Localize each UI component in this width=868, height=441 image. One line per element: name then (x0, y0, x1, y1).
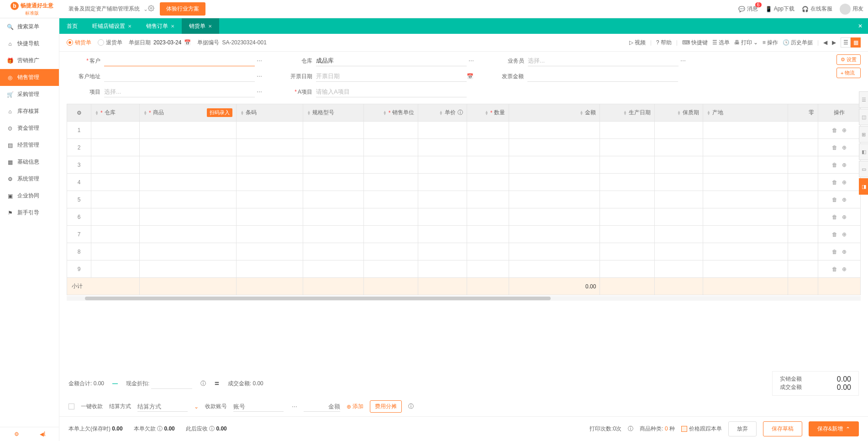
cell[interactable] (418, 156, 467, 174)
cell[interactable] (654, 226, 703, 243)
cell[interactable] (237, 260, 303, 278)
help-icon[interactable]: ⓘ (628, 425, 633, 433)
sidebar-item-gift[interactable]: 🎁营销推广 (0, 52, 59, 69)
cell[interactable] (509, 260, 600, 278)
help-icon[interactable]: ⓘ (200, 380, 206, 388)
col-warehouse[interactable]: ▲▼*仓库 (91, 104, 140, 122)
col-barcode[interactable]: ▲▼条码 (237, 104, 303, 122)
cell[interactable] (788, 139, 818, 156)
sidebar-item-report[interactable]: ▤经营管理 (0, 137, 59, 154)
delete-icon[interactable]: 🗑 (832, 214, 837, 220)
cell[interactable] (467, 139, 509, 156)
cell[interactable] (91, 174, 140, 191)
rail-item[interactable]: ◧ (859, 143, 868, 160)
cell[interactable] (237, 191, 303, 208)
cell[interactable] (418, 243, 467, 260)
cell[interactable] (600, 156, 654, 174)
delete-icon[interactable]: 🗑 (832, 179, 837, 186)
cell[interactable] (703, 191, 788, 208)
cell[interactable] (600, 226, 654, 243)
date-value[interactable]: 2023-03-24 (153, 39, 181, 46)
help-icon[interactable]: ⓘ (157, 425, 163, 432)
table-row[interactable]: 2🗑⊕ (67, 139, 861, 156)
more-icon[interactable]: ⋯ (257, 73, 262, 80)
save-draft-button[interactable]: 保存草稿 (763, 421, 802, 436)
copy-icon[interactable]: ⊕ (842, 144, 847, 151)
cell[interactable] (91, 260, 140, 278)
cell[interactable] (418, 226, 467, 243)
rail-item[interactable]: ☰ (859, 91, 868, 108)
cell[interactable] (140, 243, 237, 260)
cell[interactable] (418, 174, 467, 191)
table-row[interactable]: 5🗑⊕ (67, 191, 861, 208)
discard-button[interactable]: 放弃 (728, 421, 757, 436)
table-row[interactable]: 9🗑⊕ (67, 260, 861, 278)
price-track-checkbox[interactable]: 价格跟踪本单 (681, 425, 722, 433)
cell[interactable] (303, 174, 364, 191)
cell[interactable] (418, 139, 467, 156)
col-qty[interactable]: ▲▼*数量 (467, 104, 509, 122)
delete-icon[interactable]: 🗑 (832, 231, 837, 238)
sidebar-settings-icon[interactable]: ⚙ (14, 431, 19, 437)
discount-input[interactable] (151, 378, 192, 389)
cell[interactable] (140, 208, 237, 226)
sidebar-item-cart[interactable]: 🛒采购管理 (0, 86, 59, 103)
cell[interactable] (418, 260, 467, 278)
copy-icon[interactable]: ⊕ (842, 127, 847, 133)
col-prod-date[interactable]: ▲▼生产日期 (600, 104, 654, 122)
cell[interactable] (364, 191, 418, 208)
shortcut-link[interactable]: ⌨快捷键 (682, 39, 708, 47)
help-icon[interactable]: ⓘ (408, 403, 414, 410)
col-price[interactable]: ▲▼单价ⓘ (418, 104, 467, 122)
cell[interactable] (703, 243, 788, 260)
cell[interactable] (364, 122, 418, 139)
close-icon[interactable]: ✕ (128, 24, 132, 29)
app-download-button[interactable]: 📱 App下载 (765, 5, 794, 13)
cell[interactable] (303, 243, 364, 260)
cell[interactable] (237, 243, 303, 260)
col-unit[interactable]: ▲▼*销售单位 (364, 104, 418, 122)
copy-icon[interactable]: ⊕ (842, 197, 847, 203)
cell[interactable] (364, 174, 418, 191)
cell[interactable] (788, 191, 818, 208)
cell[interactable] (364, 226, 418, 243)
cell[interactable] (654, 122, 703, 139)
cell[interactable] (140, 191, 237, 208)
cell[interactable] (91, 122, 140, 139)
close-all-tabs-icon[interactable]: ✕ (852, 23, 868, 29)
cell[interactable] (140, 156, 237, 174)
a-project-input[interactable] (316, 86, 467, 97)
logistics-button[interactable]: +物流 (836, 68, 861, 78)
cell[interactable] (467, 226, 509, 243)
messages-button[interactable]: 💬 消息 6 (738, 5, 758, 13)
operate-link[interactable]: ≡操作 (763, 39, 778, 47)
invoice-amount-input[interactable] (527, 71, 678, 82)
fee-split-button[interactable]: 费用分摊 (370, 400, 402, 413)
col-shelf-life[interactable]: ▲▼保质期 (654, 104, 703, 122)
copy-icon[interactable]: ⊕ (842, 231, 847, 238)
settle-select[interactable] (137, 402, 188, 412)
table-row[interactable]: 4🗑⊕ (67, 174, 861, 191)
cell[interactable] (303, 226, 364, 243)
tab[interactable]: 销售订单✕ (139, 18, 182, 34)
more-icon[interactable]: ⋯ (468, 58, 474, 64)
cell[interactable] (237, 156, 303, 174)
video-link[interactable]: ▷视频 (629, 39, 646, 47)
close-icon[interactable]: ✕ (171, 24, 174, 29)
cell[interactable] (140, 174, 237, 191)
cell[interactable] (140, 226, 237, 243)
rail-item[interactable]: ▭ (859, 161, 868, 177)
more-icon[interactable]: ⋯ (257, 58, 262, 64)
cell[interactable] (364, 139, 418, 156)
account-input[interactable] (233, 402, 284, 412)
sidebar-item-sale[interactable]: ◎销售管理 (0, 69, 59, 86)
table-row[interactable]: 7🗑⊕ (67, 226, 861, 243)
one-click-checkbox[interactable] (68, 404, 74, 409)
cell[interactable] (509, 139, 600, 156)
cell[interactable] (364, 208, 418, 226)
col-origin[interactable]: ▲▼产地 (703, 104, 788, 122)
cell[interactable] (703, 156, 788, 174)
sidebar-item-info[interactable]: ▦基础信息 (0, 154, 59, 170)
col-gear[interactable]: ⚙ (67, 104, 91, 122)
select-doc-link[interactable]: ☰选单 (712, 39, 730, 47)
